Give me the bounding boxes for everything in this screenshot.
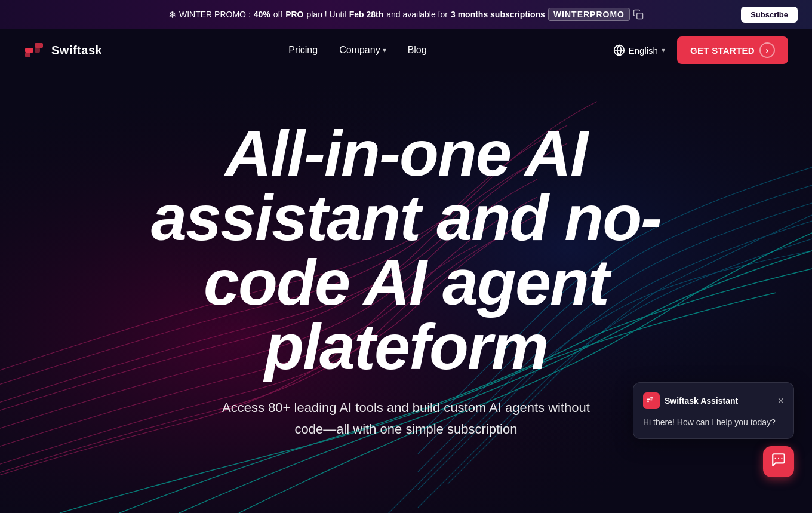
announcement-duration: 3 months subscriptions	[451, 10, 545, 19]
svg-point-15	[778, 458, 779, 459]
hero-title: All-in-one AI assistant and no- code AI …	[151, 121, 661, 379]
nav-links: Pricing Company ▾ Blog	[288, 45, 426, 56]
svg-point-14	[781, 458, 782, 459]
chat-message: Hi there! How can I help you today?	[643, 416, 784, 429]
language-label: English	[629, 45, 658, 56]
chat-close-button[interactable]: ×	[777, 395, 784, 406]
svg-point-16	[775, 458, 776, 459]
announcement-discount: 40%	[254, 10, 270, 19]
announcement-prefix: WINTER PROMO :	[179, 10, 251, 19]
logo-icon	[24, 39, 45, 61]
nav-company[interactable]: Company ▾	[339, 45, 386, 56]
svg-rect-4	[35, 48, 40, 53]
arrow-circle-icon: ›	[759, 42, 775, 58]
logo[interactable]: Swiftask	[24, 39, 102, 61]
svg-rect-10	[647, 398, 650, 400]
svg-rect-0	[637, 13, 643, 19]
language-chevron-icon: ▾	[662, 46, 665, 54]
announcement-off: off	[273, 10, 282, 19]
nav-blog[interactable]: Blog	[408, 45, 427, 56]
chat-header-left: Swiftask Assistant	[643, 392, 738, 409]
get-started-button[interactable]: GET STARTED ›	[677, 36, 788, 64]
chat-header: Swiftask Assistant ×	[643, 392, 784, 409]
chat-bubble-icon	[771, 452, 786, 471]
snowflake-icon: ❄	[168, 9, 176, 20]
announcement-plan: PRO	[285, 10, 303, 19]
company-chevron-icon: ▾	[383, 46, 386, 54]
globe-icon	[613, 44, 625, 56]
svg-rect-12	[650, 397, 653, 399]
nav-cta: English ▾ GET STARTED ›	[613, 36, 788, 64]
announcement-date: Feb 28th	[349, 10, 384, 19]
promo-code-badge[interactable]: WINTERPROMO	[548, 8, 630, 21]
nav-pricing[interactable]: Pricing	[288, 45, 318, 56]
announcement-text: ❄ WINTER PROMO : 40% off PRO plan ! Unti…	[168, 8, 644, 21]
svg-rect-11	[647, 401, 649, 403]
svg-rect-1	[25, 48, 33, 53]
hero-subtitle: Access 80+ leading AI tools and build cu…	[221, 397, 591, 439]
hero-content: All-in-one AI assistant and no- code AI …	[151, 121, 661, 439]
announcement-plan-text: plan ! Until	[306, 10, 346, 19]
chat-fab-button[interactable]	[763, 446, 794, 477]
svg-rect-2	[25, 53, 30, 57]
chat-logo-icon	[643, 392, 660, 409]
svg-rect-13	[650, 399, 652, 401]
announcement-and: and available for	[386, 10, 448, 19]
hero-section: All-in-one AI assistant and no- code AI …	[0, 72, 812, 513]
subscribe-button[interactable]: Subscribe	[741, 7, 798, 23]
chat-widget: Swiftask Assistant × Hi there! How can I…	[633, 382, 794, 477]
copy-icon[interactable]	[633, 9, 644, 20]
announcement-bar: ❄ WINTER PROMO : 40% off PRO plan ! Unti…	[0, 0, 812, 29]
navbar: Swiftask Pricing Company ▾ Blog English …	[0, 29, 812, 72]
chat-title: Swiftask Assistant	[665, 396, 738, 406]
svg-rect-3	[35, 43, 43, 48]
language-selector[interactable]: English ▾	[613, 44, 665, 56]
chat-popup: Swiftask Assistant × Hi there! How can I…	[633, 382, 794, 439]
logo-text: Swiftask	[51, 44, 102, 57]
